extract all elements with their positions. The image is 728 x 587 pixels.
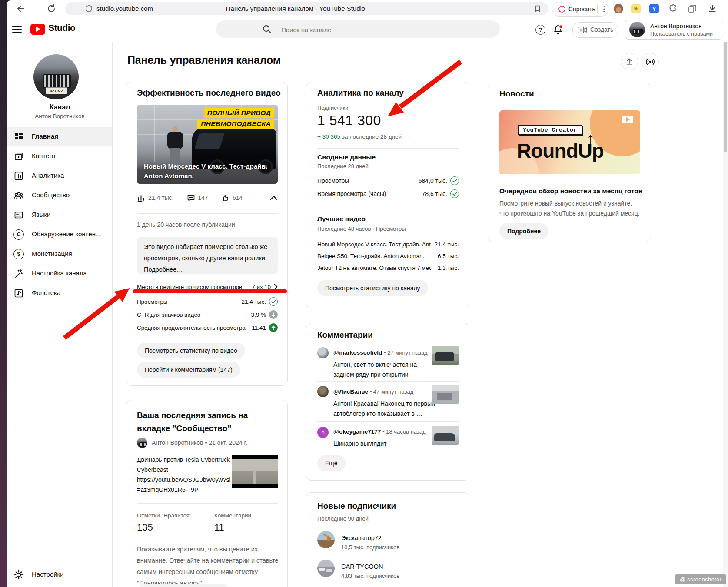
subscriber-name[interactable]: Экскаватор72 [341,534,382,541]
banner-title: Round↑Up [517,139,604,163]
bookmark-icon[interactable] [534,5,542,13]
subscriber-name[interactable]: CAR TYCOON [341,563,383,570]
comment-video-thumbnail[interactable] [432,385,459,404]
sidebar-item-community[interactable]: Сообщество [7,186,112,205]
scrollbar-thumb[interactable] [724,26,727,152]
account-avatar [629,22,645,37]
divider [317,148,459,149]
comments-card: Комментарии @markosscofield • 27 минут н… [306,323,469,481]
top-video-row[interactable]: Новый Мерседес V класс. Тест-драйв. Anto… [317,239,459,249]
commenter-avatar[interactable] [317,347,329,358]
subscriber-count: 10,5 тыс. подписчиков [341,544,399,551]
top-videos-period: Последние 48 часов · Просмотры [317,226,406,232]
views-stat: 21,4 тыс. [137,194,174,202]
news-headline: Очередной обзор новостей за месяц готов [499,187,642,195]
go-live-button[interactable] [642,53,659,70]
sidebar-item-copyright[interactable]: C Обнаружение контен… [7,225,112,244]
comment-handle-row[interactable]: @ЛисВалве • 47 минут назад [333,388,413,395]
help-icon[interactable]: ? [535,25,545,35]
window-edge [0,0,7,587]
post-thumbnail[interactable] [232,455,278,488]
roundup-arrow-icon: ↑ [586,129,595,148]
thumbs-up-icon [221,194,229,202]
account-chip[interactable]: Антон Воротников Пользователь с правами … [625,20,723,40]
sidebar-item-dashboard[interactable]: Главная [7,127,112,146]
divider [137,213,278,214]
go-to-comments-button[interactable]: Перейти к комментариям (147) [137,362,240,378]
top-video-row[interactable]: Belgee S50. Тест-драйв. Anton Avtoman. 6… [317,251,459,261]
video-stats-button[interactable]: Посмотреть статистику по видео [137,343,245,358]
notifications-bell-icon[interactable] [552,24,564,36]
url-text[interactable]: studio.youtube.com [96,5,153,12]
sidebar-item-content[interactable]: Контент [7,146,112,166]
channel-label: Канал [7,103,112,111]
commenter-avatar[interactable] [317,386,329,397]
comment-text: Антон! Красава! Наконец то первый автобл… [333,399,437,419]
dashboard-icon [13,132,24,142]
channel-avatar[interactable]: а21072 [33,54,79,99]
sidebar-item-monetization[interactable]: $ Монетизация [7,244,112,264]
post-link[interactable]: https://youtu.be/vQSJGJbW0yw?si=az3mqGHx… [137,476,231,493]
downloads-icon[interactable] [708,4,717,13]
extensions-puzzle-icon[interactable] [668,4,678,13]
banner-tag: YouTube Creator [518,125,582,135]
video-thumbnail[interactable]: ПОЛНЫЙ ПРИВОД ПНЕВМОПОДВЕСКА Новый Мерсе… [137,105,278,184]
extension-bear-icon[interactable] [614,4,623,13]
browser-reload-icon[interactable] [46,3,57,14]
app-window: studio.youtube.com Панель управления кан… [0,0,728,587]
gear-icon [13,570,24,580]
comment-handle-row[interactable]: @okeygame7177 • 18 часов назад [333,428,426,435]
news-banner[interactable]: YouTube Creator Round↑Up [499,110,640,174]
commenter-avatar[interactable]: o [317,427,329,438]
latest-video-card: Эффективность последнего видео ПОЛНЫЙ ПР… [126,82,288,386]
partial-button[interactable] [137,584,231,587]
comment-video-thumbnail[interactable] [432,346,459,365]
thumbnail-badge: ПНЕВМОПОДВЕСКА [197,119,274,129]
sidebar-item-settings[interactable]: Настройки [7,565,112,584]
video-age-text: 1 день 20 часов после публикации [137,221,235,228]
comments-stat: 147 [187,194,208,202]
magic-wand-icon [13,269,24,279]
collapse-chevron-up-icon[interactable] [270,195,278,200]
subscriber-count: 4,83 тыс. подписчиков [341,573,399,579]
browser-ask-button[interactable]: Спросить [552,2,608,17]
youtube-logo-icon[interactable] [30,24,45,35]
sidebar-item-subtitles[interactable]: Языки [7,205,112,225]
metric-row-ranking[interactable]: Место в рейтинге по числу просмотров 7 и… [137,282,278,292]
upload-button[interactable] [621,53,638,70]
subscribers-count: 1 541 300 [317,113,381,129]
news-body: Посмотрите новый выпуск новостей и узнай… [499,199,641,219]
news-more-button[interactable]: Подробнее [499,223,548,239]
search-input[interactable] [280,20,469,39]
comment-video-thumbnail[interactable] [432,426,459,445]
sidebar-divider [112,42,113,587]
browser-back-icon[interactable] [16,3,26,14]
sidebar-item-customization[interactable]: Настройка канала [7,264,112,283]
site-security-icon[interactable] [85,5,93,13]
ask-menu-icon[interactable] [600,5,608,13]
sidebar-item-label: Языки [32,211,50,218]
sidebar-item-label: Настройка канала [32,269,87,277]
create-button[interactable]: Создать [572,22,618,38]
channel-stats-button[interactable]: Посмотреть статистику по каналу [317,280,428,296]
comment-handle-row[interactable]: @markosscofield • 27 минут назад [333,349,428,356]
channel-search-bar[interactable] [216,20,500,38]
video-stats-row: 21,4 тыс. 147 614 [137,192,278,204]
studio-logo-text[interactable]: Studio [48,23,75,33]
sidebar-item-audio-library[interactable]: Фонотека [7,283,112,303]
arrow-up-green-icon [269,323,278,332]
more-comments-button[interactable]: Ещё [317,455,346,471]
card-title: Эффективность последнего видео [137,88,281,98]
collections-icon[interactable] [688,4,697,13]
extension-percent-icon[interactable]: % [631,4,641,13]
account-role: Пользователь с правами г [650,31,716,37]
extension-yandex-icon[interactable]: Y [649,4,659,13]
thumbnail-caption: Новый Мерседес V класс. Тест-драйв. [144,163,267,170]
subscriber-avatar[interactable] [317,560,335,577]
menu-hamburger-icon[interactable] [12,25,22,33]
create-label: Создать [590,26,613,33]
subscriber-avatar[interactable] [317,531,335,548]
top-video-row[interactable]: Jetour T2 на автомате. Отзыв спустя 7 ме… [317,263,459,272]
sidebar-item-analytics[interactable]: Аналитика [7,166,112,186]
arrow-down-grey-icon [269,310,278,319]
